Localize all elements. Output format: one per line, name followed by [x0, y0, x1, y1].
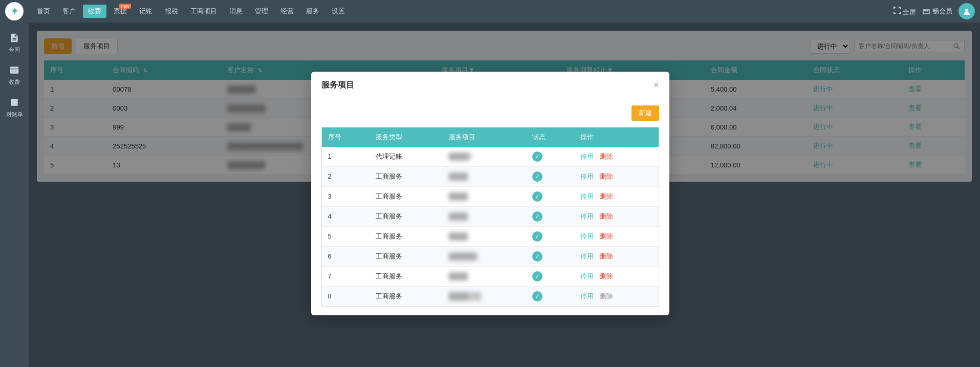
modal-cell-status: ✓ — [526, 206, 574, 226]
modal-cell-seq: 5 — [322, 226, 370, 246]
new-badge: new — [119, 4, 131, 9]
status-check-icon: ✓ — [532, 152, 542, 162]
modal-table-row: 7 工商服务 ████ ✓ 停用 删除 — [322, 266, 659, 286]
modal-col-action: 操作 — [574, 127, 659, 147]
modal-cell-action: 停用 删除 — [574, 226, 659, 246]
modal-col-status: 状态 — [526, 127, 574, 147]
modal-table-row: 3 工商服务 ████ ✓ 停用 删除 — [322, 186, 659, 206]
nav-finance[interactable]: 经营 — [275, 5, 299, 18]
modal-table-row: 8 工商服务 ████注册 ✓ 停用 删除 — [322, 286, 659, 306]
nav-tax[interactable]: 报税 — [160, 5, 183, 18]
modal-toolbar: 新建 — [321, 105, 659, 121]
vip-btn[interactable]: 畅会员 — [922, 7, 952, 16]
modal-cell-action: 停用 删除 — [574, 206, 659, 226]
delete-button[interactable]: 删除 — [600, 212, 613, 220]
delete-button[interactable]: 删除 — [600, 272, 613, 280]
modal-cell-action: 停用 删除 — [574, 286, 659, 306]
nav-billing[interactable]: 收费 — [83, 5, 106, 18]
modal-table-row: 6 工商服务 ██████ ✓ 停用 删除 — [322, 246, 659, 266]
modal-header: 服务项目 × — [311, 72, 669, 97]
modal-cell-action: 停用 删除 — [574, 266, 659, 286]
modal-cell-type: 工商服务 — [369, 226, 443, 246]
modal-col-item: 服务项目 — [443, 127, 526, 147]
nav-ledger[interactable]: 记账 — [134, 5, 158, 18]
modal-cell-item: ████ — [443, 206, 526, 226]
top-nav: ✦ 首页 客户 收费 票据 new 记账 报税 工商项目 消息 管理 经营 服务… — [0, 0, 980, 23]
stop-button[interactable]: 停用 — [580, 252, 594, 260]
modal-cell-seq: 7 — [322, 266, 370, 286]
delete-button[interactable]: 删除 — [600, 192, 613, 200]
modal-cell-type: 工商服务 — [369, 266, 443, 286]
delete-button[interactable]: 删除 — [600, 232, 613, 240]
status-check-icon: ✓ — [532, 291, 542, 301]
modal-cell-type: 工商服务 — [369, 186, 443, 206]
status-check-icon: ✓ — [532, 231, 542, 242]
modal-cell-status: ✓ — [526, 286, 574, 306]
nav-client[interactable]: 客户 — [57, 5, 81, 18]
modal-table-row: 5 工商服务 ████ ✓ 停用 删除 — [322, 226, 659, 246]
stop-button[interactable]: 停用 — [580, 232, 594, 240]
modal-cell-type: 代理记账 — [369, 147, 443, 167]
app-logo: ✦ — [5, 2, 24, 20]
status-check-icon: ✓ — [532, 171, 542, 182]
stop-button[interactable]: 停用 — [580, 172, 594, 180]
delete-button[interactable]: 删除 — [600, 172, 613, 180]
nav-commerce[interactable]: 工商项目 — [185, 5, 222, 18]
modal-cell-status: ✓ — [526, 186, 574, 206]
modal-cell-item: ████1 — [443, 147, 526, 167]
nav-settings[interactable]: 设置 — [326, 5, 350, 18]
sidebar-item-contract[interactable]: 合同 — [2, 28, 27, 58]
modal-cell-type: 工商服务 — [369, 166, 443, 186]
modal-table-row: 4 工商服务 ████ ✓ 停用 删除 — [322, 206, 659, 226]
right-actions: 全屏 畅会员 — [893, 3, 975, 19]
modal-col-seq: 序号 — [322, 127, 370, 147]
modal-cell-action: 停用 删除 — [574, 166, 659, 186]
sidebar: 合同 收费 对账单 — [0, 23, 29, 367]
stop-button[interactable]: 停用 — [580, 292, 594, 300]
modal-cell-type: 工商服务 — [369, 246, 443, 266]
modal-cell-status: ✓ — [526, 266, 574, 286]
modal-cell-action: 停用 删除 — [574, 246, 659, 266]
stop-button[interactable]: 停用 — [580, 272, 594, 280]
sidebar-item-reconcile[interactable]: 对账单 — [2, 92, 27, 122]
nav-message[interactable]: 消息 — [224, 5, 248, 18]
modal-cell-status: ✓ — [526, 246, 574, 266]
nav-service[interactable]: 服务 — [301, 5, 324, 18]
modal-cell-type: 工商服务 — [369, 206, 443, 226]
user-avatar[interactable] — [959, 3, 975, 19]
status-check-icon: ✓ — [532, 251, 542, 262]
modal-cell-seq: 8 — [322, 286, 370, 306]
stop-button[interactable]: 停用 — [580, 153, 594, 160]
status-check-icon: ✓ — [532, 191, 542, 202]
stop-button[interactable]: 停用 — [580, 192, 594, 200]
nav-home[interactable]: 首页 — [32, 5, 55, 18]
modal-cell-seq: 6 — [322, 246, 370, 266]
sidebar-label-billing: 收费 — [9, 78, 20, 86]
nav-items: 首页 客户 收费 票据 new 记账 报税 工商项目 消息 管理 经营 服务 设… — [32, 5, 893, 18]
modal-cell-action: 停用 删除 — [574, 147, 659, 167]
modal-cell-item: ████注册 — [443, 286, 526, 306]
nav-invoice[interactable]: 票据 new — [108, 5, 132, 18]
status-check-icon: ✓ — [532, 211, 542, 222]
sidebar-item-billing[interactable]: 收费 — [2, 60, 27, 90]
delete-button[interactable]: 删除 — [600, 292, 613, 300]
modal-cell-item: ████ — [443, 186, 526, 206]
billing-icon — [8, 64, 20, 76]
modal-table-wrap[interactable]: 序号 服务类型 服务项目 状态 操作 1 代理记账 ████1 ✓ 停用 删除 … — [321, 127, 659, 307]
modal-cell-item: ████ — [443, 266, 526, 286]
modal-close-button[interactable]: × — [654, 80, 659, 90]
modal-col-type: 服务类型 — [369, 127, 443, 147]
modal-new-button[interactable]: 新建 — [631, 105, 659, 121]
nav-manage[interactable]: 管理 — [250, 5, 273, 18]
fullscreen-btn[interactable]: 全屏 — [893, 6, 917, 17]
delete-button[interactable]: 删除 — [600, 153, 613, 160]
stop-button[interactable]: 停用 — [580, 212, 594, 220]
modal-cell-item: ██████ — [443, 246, 526, 266]
modal-body: 新建 序号 服务类型 服务项目 状态 操作 1 代理记账 ████1 ✓ — [311, 97, 669, 315]
status-check-icon: ✓ — [532, 271, 542, 282]
svg-point-0 — [965, 9, 968, 12]
modal-table: 序号 服务类型 服务项目 状态 操作 1 代理记账 ████1 ✓ 停用 删除 … — [322, 127, 659, 307]
delete-button[interactable]: 删除 — [600, 252, 613, 260]
modal-table-row: 1 代理记账 ████1 ✓ 停用 删除 — [322, 147, 659, 167]
reconcile-icon — [8, 96, 20, 109]
